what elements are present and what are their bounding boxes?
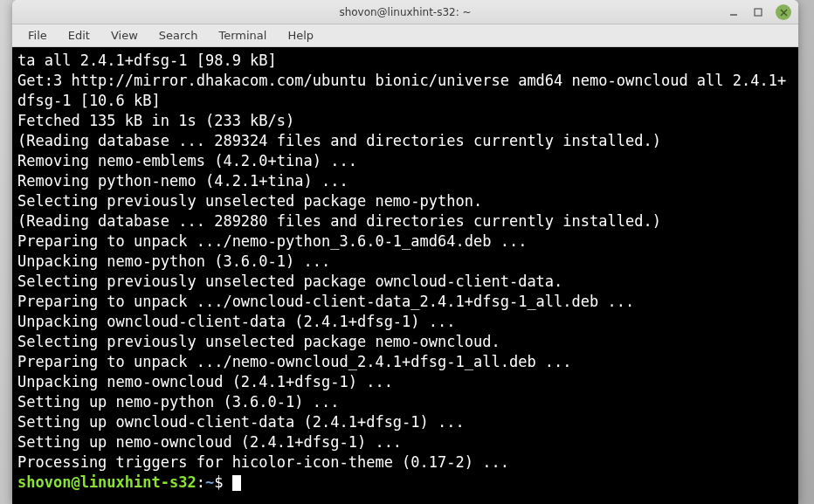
terminal-line: Preparing to unpack .../owncloud-client-…: [17, 292, 793, 312]
menu-edit[interactable]: Edit: [59, 26, 99, 45]
cursor: [232, 475, 241, 491]
terminal-prompt-line: shovon@linuxhint-s32:~$: [17, 473, 793, 493]
terminal-line: Fetched 135 kB in 1s (233 kB/s): [17, 111, 793, 131]
window-title: shovon@linuxhint-s32: ~: [339, 6, 471, 18]
prompt-colon: :: [197, 473, 205, 491]
menu-terminal[interactable]: Terminal: [210, 26, 275, 45]
menu-help[interactable]: Help: [279, 26, 322, 45]
prompt-dollar: $: [214, 473, 231, 491]
maximize-button[interactable]: [751, 5, 765, 19]
terminal-line: Preparing to unpack .../nemo-owncloud_2.…: [17, 352, 793, 372]
terminal-window: shovon@linuxhint-s32: ~ File Edit View S…: [12, 0, 798, 504]
svg-rect-1: [755, 9, 762, 16]
terminal-line: Selecting previously unselected package …: [17, 191, 793, 211]
terminal-line: (Reading database ... 289324 files and d…: [17, 131, 793, 151]
menu-search[interactable]: Search: [150, 26, 207, 45]
terminal-line: Unpacking nemo-python (3.6.0-1) ...: [17, 252, 793, 272]
terminal-line: Setting up nemo-owncloud (2.4.1+dfsg-1) …: [17, 432, 793, 452]
terminal-line: Unpacking owncloud-client-data (2.4.1+df…: [17, 312, 793, 332]
titlebar: shovon@linuxhint-s32: ~: [12, 0, 798, 24]
terminal-line: Preparing to unpack .../nemo-python_3.6.…: [17, 231, 793, 252]
close-button[interactable]: [776, 4, 791, 20]
menu-file[interactable]: File: [19, 26, 56, 45]
terminal-line: Removing python-nemo (4.2.1+tina) ...: [17, 171, 793, 191]
terminal-line: Unpacking nemo-owncloud (2.4.1+dfsg-1) .…: [17, 372, 793, 392]
terminal-line: Selecting previously unselected package …: [17, 272, 793, 292]
minimize-button[interactable]: [727, 5, 741, 19]
terminal-line: (Reading database ... 289280 files and d…: [17, 211, 793, 231]
terminal-line: Setting up owncloud-client-data (2.4.1+d…: [17, 412, 793, 432]
terminal-line: Get:3 http://mirror.dhakacom.com/ubuntu …: [17, 71, 793, 111]
prompt-user-host: shovon@linuxhint-s32: [17, 473, 197, 491]
terminal-line: ta all 2.4.1+dfsg-1 [98.9 kB]: [17, 51, 793, 71]
terminal-line: Removing nemo-emblems (4.2.0+tina) ...: [17, 151, 793, 171]
terminal-line: Setting up nemo-python (3.6.0-1) ...: [17, 392, 793, 412]
menubar: File Edit View Search Terminal Help: [12, 24, 798, 47]
window-controls: [727, 4, 791, 20]
prompt-path: ~: [205, 473, 214, 491]
terminal-output[interactable]: ta all 2.4.1+dfsg-1 [98.9 kB]Get:3 http:…: [12, 47, 798, 504]
terminal-line: Processing triggers for hicolor-icon-the…: [17, 452, 793, 473]
terminal-line: Selecting previously unselected package …: [17, 332, 793, 352]
menu-view[interactable]: View: [102, 26, 147, 45]
